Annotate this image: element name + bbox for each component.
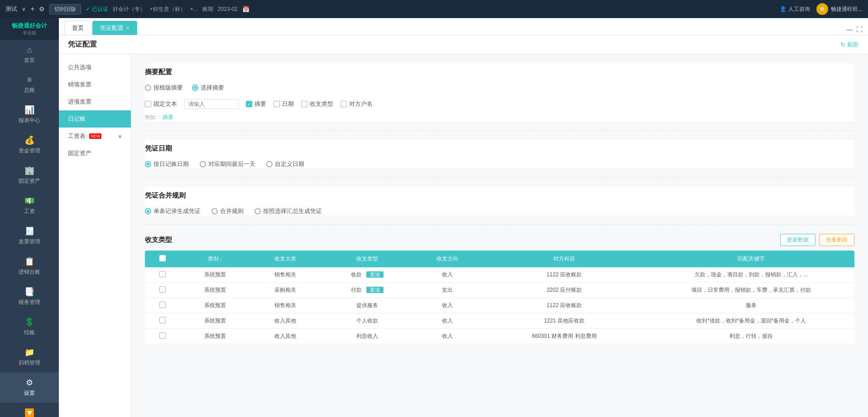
row2-checkbox[interactable]: [159, 286, 166, 293]
update-data-button[interactable]: 更新数据: [780, 234, 815, 246]
minimize-icon[interactable]: —: [846, 26, 853, 33]
summary-radio-group: 按模版摘要 选择摘要: [145, 84, 854, 92]
radio-select-summary[interactable]: 选择摘要: [192, 84, 224, 92]
voucher-date-section: 凭证日期 按日记账日期 对应期间最后一天 自定义日期: [145, 140, 854, 168]
left-nav-public[interactable]: 公共选项: [59, 59, 131, 76]
example-value: 摘要: [163, 114, 173, 120]
checkbox-type[interactable]: 收支类型: [301, 100, 333, 108]
summary-checkbox-box[interactable]: ✓: [246, 101, 252, 107]
income-expense-title: 收支类型: [145, 236, 172, 244]
left-nav-purchase-invoice[interactable]: 进项发票: [59, 93, 131, 110]
tab-voucher-config-label: 凭证配置: [100, 24, 124, 32]
fixed-text-input[interactable]: [184, 99, 239, 109]
sidebar-item-invoice-mgmt[interactable]: 🧾 发票管理: [0, 221, 59, 251]
sidebar-item-guide[interactable]: 🔽 新手引导: [0, 403, 59, 417]
left-nav-sales-invoice[interactable]: 销项发票: [59, 76, 131, 93]
tab-voucher-config[interactable]: 凭证配置 ×: [92, 21, 137, 35]
row5-checkbox[interactable]: [159, 332, 166, 339]
journal-date-label: 按日记账日期: [153, 160, 189, 168]
add-icon[interactable]: +: [30, 5, 34, 13]
radio-custom-date[interactable]: 自定义日期: [266, 160, 304, 168]
sidebar-item-salary[interactable]: 💵 工资: [0, 190, 59, 221]
checkbox-summary[interactable]: ✓ 摘要: [246, 100, 266, 108]
radio-period-last[interactable]: 对应期间最后一天: [200, 160, 255, 168]
radio-template-summary[interactable]: 按模版摘要: [145, 84, 183, 92]
report-icon: 📊: [24, 105, 34, 115]
row1-top-tag[interactable]: 置顶: [366, 271, 384, 278]
merge-label: 合并规则: [220, 207, 244, 215]
row3-type: 提供服务: [320, 298, 414, 313]
th-category: 类别 ↕: [180, 251, 250, 267]
sidebar-item-home[interactable]: ⌂ 首页: [0, 40, 59, 70]
radio-total[interactable]: 按照选择汇总生成凭证: [254, 207, 322, 215]
sidebar-item-fund[interactable]: 💰 资金管理: [0, 130, 59, 160]
tab-home[interactable]: 首页: [64, 21, 91, 35]
income-expense-table: 类别 ↕ 收支大类 收支类型 收支方向 对方科目 匹配关键字: [145, 251, 854, 344]
user-menu[interactable]: 畅 畅捷通旺旺...: [816, 3, 863, 15]
left-nav: 公共选项 销项发票 进项发票 日记账 工资表 NEW ∨ 固定资产: [59, 54, 131, 417]
row4-checkbox[interactable]: [159, 317, 166, 323]
row1-checkbox[interactable]: [159, 271, 166, 277]
tab-home-label: 首页: [72, 24, 84, 31]
refresh-button[interactable]: ↻ 刷新: [840, 41, 859, 49]
sidebar-item-tax[interactable]: 📑 税务管理: [0, 281, 59, 312]
voucher-date-title: 凭证日期: [145, 140, 854, 153]
switch-version-button[interactable]: 切到旧版: [49, 4, 81, 14]
archive-icon: 📁: [24, 347, 34, 357]
gear-icon[interactable]: ⚙: [39, 5, 45, 13]
row2-top-tag[interactable]: 置顶: [366, 287, 384, 293]
row5-subject: 660301 财务费用 利息费用: [480, 329, 648, 344]
party-checkbox-box[interactable]: [340, 101, 347, 107]
left-nav-payroll-label: 工资表: [68, 132, 86, 140]
sidebar-item-sales[interactable]: 📋 进销台账: [0, 251, 59, 281]
expand-icon[interactable]: ∨: [118, 133, 122, 139]
sidebar-item-ledger[interactable]: ≡ 总账: [0, 70, 59, 100]
sidebar-item-archive[interactable]: 📁 归档管理: [0, 342, 59, 372]
date-checkbox-box[interactable]: [273, 101, 280, 107]
refresh-label: 刷新: [847, 41, 859, 49]
custom-date-label: 自定义日期: [275, 160, 304, 168]
batch-delete-button[interactable]: 批量删除: [819, 234, 854, 246]
sidebar-item-report[interactable]: 📊 报表中心: [0, 100, 59, 130]
sidebar-item-settle[interactable]: 💲 结账: [0, 312, 59, 342]
left-nav-fixed-asset[interactable]: 固定资产: [59, 145, 131, 162]
checkbox-fixed-text[interactable]: 固定文本: [145, 100, 177, 108]
left-nav-sales-invoice-label: 销项发票: [68, 81, 91, 89]
page-header: 凭证配置 ↻ 刷新: [59, 35, 868, 54]
table-section-header: 收支类型 更新数据 批量删除: [145, 234, 854, 246]
merge-circle: [211, 208, 218, 214]
topbar-title: 测试: [5, 5, 17, 13]
row4-major-type: 收入其他: [250, 313, 320, 329]
left-nav-purchase-invoice-label: 进项发票: [68, 98, 91, 106]
radio-journal-date[interactable]: 按日记账日期: [145, 160, 189, 168]
checkbox-party[interactable]: 对方户名: [340, 100, 373, 108]
maximize-icon[interactable]: ⛶: [856, 26, 863, 33]
calendar-icon[interactable]: 📅: [242, 6, 249, 13]
chevron-down-icon[interactable]: ∨: [22, 6, 26, 12]
row3-checkbox[interactable]: [159, 302, 166, 308]
sidebar: 畅捷通好会计 专业版 ⌂ 首页 ≡ 总账 📊 报表中心 💰 资金管理 🏢 固定资…: [0, 18, 59, 417]
left-nav-payroll[interactable]: 工资表 NEW ∨: [59, 128, 131, 145]
header-checkbox[interactable]: [159, 255, 166, 261]
left-nav-journal-label: 日记账: [68, 115, 86, 123]
row1-type: 收款 置顶: [320, 267, 414, 283]
left-nav-journal[interactable]: 日记账: [59, 110, 131, 128]
type-checkbox-box[interactable]: [301, 101, 307, 107]
checkbox-date[interactable]: 日期: [273, 100, 294, 108]
row3-major-type: 销售相关: [250, 298, 320, 313]
radio-merge[interactable]: 合并规则: [211, 207, 244, 215]
row1-category: 系统预置: [180, 267, 250, 283]
sort-icon[interactable]: ↕: [220, 256, 222, 261]
sidebar-item-settings[interactable]: ⚙ 设置: [0, 372, 59, 403]
summary-checkbox-label: 摘要: [254, 100, 266, 108]
radio-single[interactable]: 单条记录生成凭证: [145, 207, 201, 215]
sidebar-item-asset[interactable]: 🏢 固定资产: [0, 160, 59, 190]
fixed-text-checkbox[interactable]: [145, 101, 151, 107]
row2-major-type: 采购相关: [250, 283, 320, 298]
date-radio-group: 按日记账日期 对应期间最后一天 自定义日期: [145, 160, 854, 168]
row4-keywords: 收到*借款，收到*备用金，退回*备用金，个人: [648, 313, 854, 329]
consult-button[interactable]: 👤 人工咨询: [780, 5, 810, 13]
sidebar-label-sales: 进销台账: [19, 268, 40, 276]
th-subject: 对方科目: [480, 251, 648, 267]
close-tab-icon[interactable]: ×: [126, 25, 129, 31]
